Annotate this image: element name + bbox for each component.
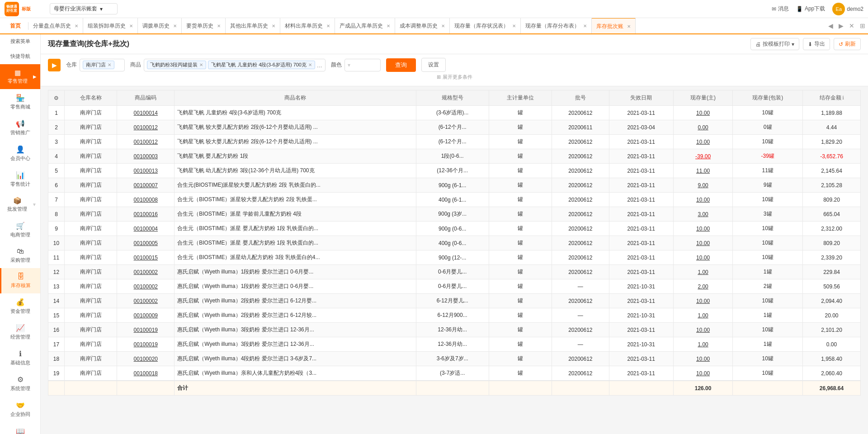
close-tab-kucun-fen[interactable]: ✕ — [583, 24, 587, 28]
sidebar-item-wholesale[interactable]: 📦 批发管理 ▼ — [0, 192, 40, 217]
th-settings[interactable]: ⚙ — [48, 90, 65, 106]
expand-conditions-btn[interactable]: ⊞ 展开更多条件 — [437, 74, 472, 80]
query-button[interactable]: 查询 — [386, 58, 416, 72]
tab-kucun-zhuang[interactable]: 现存量（库存状况表） ✕ — [450, 18, 521, 34]
td-code[interactable]: 00100007 — [117, 178, 175, 193]
td-qty-main[interactable]: 2.00 — [673, 279, 733, 294]
td-qty-main[interactable]: 9.00 — [673, 178, 733, 193]
refresh-button[interactable]: ↺ 刷新 — [834, 38, 861, 50]
td-code[interactable]: 00100015 — [117, 250, 175, 265]
tab-tiaocuo[interactable]: 调拨单历史 ✕ — [138, 18, 182, 34]
sidebar-item-ecommerce[interactable]: 🛒 电商管理 — [0, 217, 40, 243]
td-qty-main[interactable]: 0.00 — [673, 120, 733, 135]
app-download-btn[interactable]: 📱 App下载 — [796, 5, 825, 13]
td-code[interactable]: 00100020 — [117, 352, 175, 366]
industry-select[interactable]: 母婴行业演示账套 ▾ — [50, 3, 118, 14]
td-qty-main[interactable]: 10.00 — [673, 106, 733, 120]
sidebar-item-finance[interactable]: 💰 资金管理 — [0, 293, 40, 319]
td-code[interactable]: 00100018 — [117, 366, 175, 381]
template-print-button[interactable]: 🖨 按模板打印 ▾ — [750, 38, 799, 50]
settings-button[interactable]: 设置 — [421, 58, 446, 72]
sidebar-quick-nav[interactable]: 快捷导航 — [0, 50, 40, 62]
td-qty-main[interactable]: 10.00 — [673, 222, 733, 236]
tab-menu-btn[interactable]: ⊞ — [857, 22, 868, 29]
sidebar-item-purchase[interactable]: 🛍 采购管理 — [0, 243, 40, 268]
td-code[interactable]: 00100016 — [117, 207, 175, 222]
close-tab-pici[interactable]: ✕ — [627, 24, 631, 29]
tab-zuchai[interactable]: 组装拆卸单历史 ✕ — [83, 18, 138, 34]
td-qty-main[interactable]: 10.00 — [673, 250, 733, 265]
td-qty-main[interactable]: 10.00 — [673, 236, 733, 250]
tab-prev-btn[interactable]: ◀ — [826, 22, 836, 29]
tab-cailiao-chu[interactable]: 材料出库单历史 ✕ — [280, 18, 335, 34]
td-code[interactable]: 00100008 — [117, 193, 175, 207]
sidebar-item-retail-shop[interactable]: 🏪 零售商城 — [0, 89, 40, 115]
tab-fen-pan[interactable]: 分量盘点单历史 ✕ — [28, 18, 83, 34]
export-button[interactable]: ⬇ 导出 — [803, 38, 830, 50]
sidebar-item-enterprise[interactable]: 🤝 企业协同 — [0, 396, 40, 422]
settings-icon[interactable]: ⚙ — [54, 95, 59, 101]
tab-kucun-fen[interactable]: 现存量（库存分布表） ✕ — [521, 18, 592, 34]
close-product-tag-1[interactable]: ✕ — [199, 62, 203, 67]
td-code[interactable]: 00100014 — [117, 106, 175, 120]
td-qty-main[interactable]: -39.00 — [673, 149, 733, 164]
table-wrapper[interactable]: ⚙ 仓库名称 商品编码 商品名称 规格型号 主计量单位 批号 失效日期 现存量(… — [41, 86, 868, 434]
td-qty-main[interactable]: 1.00 — [673, 308, 733, 323]
td-qty-main[interactable]: 1.00 — [673, 265, 733, 279]
td-qty-main[interactable]: 10.00 — [673, 366, 733, 381]
td-qty-main[interactable]: 10.00 — [673, 193, 733, 207]
td-code[interactable]: 00100005 — [117, 236, 175, 250]
close-product-tag-2[interactable]: ✕ — [308, 62, 312, 67]
close-tab-kucun-zhuang[interactable]: ✕ — [512, 24, 516, 28]
sidebar-item-marketing[interactable]: 📢 营销推广 — [0, 115, 40, 141]
td-code[interactable]: 00100009 — [117, 308, 175, 323]
td-qty-main[interactable]: 11.00 — [673, 164, 733, 178]
close-tab-tiaocuo[interactable]: ✕ — [173, 24, 177, 28]
sidebar-item-basics[interactable]: ℹ 基础信息 — [0, 345, 40, 371]
close-tab-qita-chu[interactable]: ✕ — [272, 24, 275, 28]
tab-close-all-btn[interactable]: ✕ — [846, 22, 857, 29]
sidebar-item-member[interactable]: 👤 会员中心 — [0, 141, 40, 166]
td-code[interactable]: 00100003 — [117, 149, 175, 164]
tab-chengben[interactable]: 成本调整单历史 ✕ — [395, 18, 450, 34]
user-avatar[interactable]: Ea demo2 — [832, 3, 863, 15]
td-code[interactable]: 00100002 — [117, 279, 175, 294]
td-qty-main[interactable]: 10.00 — [673, 294, 733, 308]
product-tags[interactable]: 飞鹤奶粉3段丙罐提装 ✕ 飞鹤星飞帆 儿童奶粉 4段(3-6岁适用) 700克 … — [144, 59, 326, 71]
product-tag-2[interactable]: 飞鹤星飞帆 儿童奶粉 4段(3-6岁适用) 700克 ✕ — [208, 61, 315, 69]
td-qty-main[interactable]: 1.00 — [673, 337, 733, 352]
td-qty-main[interactable]: 10.00 — [673, 352, 733, 366]
sidebar-item-system[interactable]: ⚙ 系统管理 — [0, 371, 40, 396]
sidebar-search[interactable]: 搜索英单 — [0, 34, 40, 48]
close-tab-cailiao-chu[interactable]: ✕ — [326, 24, 330, 28]
color-tags[interactable]: ▾ — [344, 59, 381, 71]
td-code[interactable]: 00100012 — [117, 135, 175, 149]
td-code[interactable]: 00100012 — [117, 120, 175, 135]
close-tab-zuchai[interactable]: ✕ — [129, 24, 133, 28]
close-warehouse-tag[interactable]: ✕ — [108, 62, 111, 67]
sidebar-item-retail-mgmt[interactable]: ▦ 零售管理 ▶ — [0, 64, 40, 89]
close-tab-yaohuo[interactable]: ✕ — [217, 24, 221, 28]
product-dots[interactable]: ... — [317, 61, 322, 69]
td-code[interactable]: 00100002 — [117, 265, 175, 279]
tab-qita-chu[interactable]: 其他出库单历史 ✕ — [226, 18, 280, 34]
close-tab-fen-pan[interactable]: ✕ — [75, 24, 78, 28]
td-code[interactable]: 00100013 — [117, 164, 175, 178]
filter-expand-arrow[interactable]: ▶ — [48, 59, 61, 71]
td-qty-main[interactable]: 3.00 — [673, 207, 733, 222]
warehouse-tags[interactable]: 南岸门店 ✕ — [80, 59, 125, 71]
sidebar-item-new-guide[interactable]: 📖 新手引导 — [0, 422, 40, 434]
sidebar-item-operations[interactable]: 📈 经营管理 — [0, 319, 40, 345]
td-code[interactable]: 00100004 — [117, 222, 175, 236]
td-qty-main[interactable]: 10.00 — [673, 135, 733, 149]
td-code[interactable]: 00100002 — [117, 294, 175, 308]
tab-home[interactable]: 首页 — [3, 22, 28, 30]
td-code[interactable]: 00100019 — [117, 323, 175, 337]
close-tab-chengben[interactable]: ✕ — [441, 24, 445, 28]
td-qty-main[interactable]: 10.00 — [673, 323, 733, 337]
close-tab-chancheng-ru[interactable]: ✕ — [387, 24, 390, 28]
sidebar-item-retail-stats[interactable]: 📊 零售统计 — [0, 166, 40, 192]
warehouse-tag-nanangan[interactable]: 南岸门店 ✕ — [83, 61, 114, 69]
product-tag-1[interactable]: 飞鹤奶粉3段丙罐提装 ✕ — [147, 61, 206, 69]
tab-chancheng-ru[interactable]: 产成品入库单历史 ✕ — [335, 18, 395, 34]
